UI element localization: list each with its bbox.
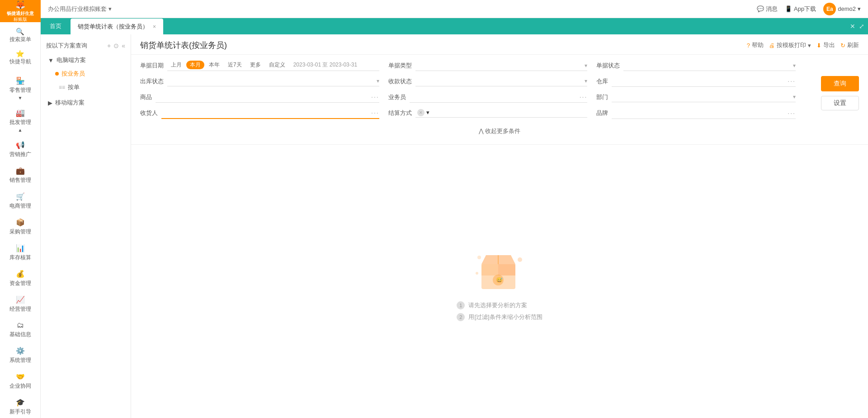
operations-icon: 📈	[16, 295, 25, 304]
filter-row-3: 商品 ··· 业务员 ··· 部门	[140, 91, 859, 103]
print-dropdown-icon: ▾	[808, 42, 811, 49]
goods-control[interactable]: ···	[156, 91, 379, 103]
sidebar-item-system[interactable]: ⚙️ 系统管理	[0, 342, 41, 368]
tree-item-salesperson[interactable]: 按业务员	[52, 67, 131, 81]
hint-item-1: 1 请先选择要分析的方案	[457, 301, 542, 309]
sales-icon: 💼	[16, 166, 25, 175]
app-label: App下载	[794, 5, 816, 13]
refresh-btn[interactable]: ↻ 刷新	[840, 41, 859, 49]
tree-byorder-label: 按单	[68, 83, 80, 91]
sidebar-item-finance[interactable]: 💰 资金管理	[0, 265, 41, 291]
filter-receiver: 收货人 ···	[140, 107, 379, 119]
basic-icon: 🗂	[17, 321, 24, 329]
settings-btn-float[interactable]: 设置	[821, 96, 859, 110]
sidebar-item-inventory[interactable]: 📊 库存核算	[0, 239, 41, 265]
app-logo: 🦊 畅捷通好生意 标账版	[0, 0, 41, 22]
topbar-right: 💬 消息 📱 App下载 Ea demo2 ▾	[757, 3, 861, 15]
collapse-panel-btn[interactable]: «	[122, 42, 125, 49]
filter-out-status: 出库状态 ▾	[140, 76, 379, 86]
date-shortcut-lastmonth[interactable]: 上月	[167, 60, 185, 70]
receiver-dots: ···	[371, 109, 379, 116]
recv-status-arrow: ▾	[585, 78, 587, 84]
help-label: 帮助	[752, 41, 764, 49]
right-content: 销货单统计表(按业务员) ? 帮助 🖨 按模板打印 ▾ ⬇ 导出	[131, 34, 868, 418]
svg-point-4	[477, 256, 481, 259]
salesperson-control[interactable]: ···	[410, 91, 588, 103]
tree-mobile-scheme[interactable]: ▶ 移动端方案	[41, 96, 131, 109]
recv-status-control[interactable]: ▾	[415, 76, 588, 86]
out-status-control[interactable]: ▾	[167, 76, 379, 86]
tab-close-icon[interactable]: ×	[153, 24, 156, 30]
tab-home-label: 首页	[50, 22, 61, 30]
sidebar-item-search[interactable]: 🔍 搜索菜单	[9, 22, 31, 47]
out-status-label: 出库状态	[140, 77, 164, 86]
svg-point-5	[518, 257, 522, 262]
brand-control[interactable]: ···	[612, 108, 796, 119]
filter-date: 单据日期 上月 本月 本年 近7天 更多 自定义 2023-03-01 至 20…	[140, 60, 379, 71]
type-control[interactable]: ▾	[415, 61, 588, 71]
inventory-icon: 📊	[16, 244, 25, 252]
sidebar-item-sales[interactable]: 💼 销售管理	[0, 162, 41, 188]
topbar: 办公用品行业模拟账套 ▾ 💬 消息 📱 App下载 Ea demo2 ▾	[41, 0, 868, 18]
page-title: 销货单统计表(按业务员)	[140, 40, 227, 51]
date-shortcut-thismonth[interactable]: 本月	[186, 61, 204, 69]
sidebar-item-newbie[interactable]: 🎓 新手引导	[0, 394, 41, 418]
filter-row-4: 收货人 ··· 结算方式 × ▾	[140, 107, 859, 119]
system-icon: ⚙️	[16, 347, 25, 355]
help-btn[interactable]: ? 帮助	[747, 41, 764, 49]
message-btn[interactable]: 💬 消息	[757, 5, 778, 13]
tree-item-byorder[interactable]: ≡≡ 按单	[52, 81, 131, 94]
message-label: 消息	[766, 5, 778, 13]
tab-home[interactable]: 首页	[41, 18, 71, 34]
sidebar-item-basic[interactable]: 🗂 基础信息	[0, 317, 41, 342]
template-print-btn[interactable]: 🖨 按模板打印 ▾	[769, 41, 811, 49]
tab-sales-stat-label: 销货单统计表（按业务员）	[78, 23, 148, 31]
empty-hint: 1 请先选择要分析的方案 2 用[过滤]条件来缩小分析范围	[457, 301, 542, 321]
goods-dots: ···	[371, 93, 379, 100]
window-max-btn[interactable]: ⤢	[859, 23, 864, 30]
settings-scheme-btn[interactable]: ⊙	[113, 42, 119, 49]
wholesale-icon: 🏭	[16, 109, 25, 117]
tab-sales-stat[interactable]: 销货单统计表（按业务员） ×	[71, 19, 163, 35]
query-btn-float[interactable]: 查询	[821, 76, 859, 91]
main-area: 办公用品行业模拟账套 ▾ 💬 消息 📱 App下载 Ea demo2 ▾	[41, 0, 868, 418]
company-dropdown-icon: ▾	[108, 5, 112, 12]
export-btn[interactable]: ⬇ 导出	[816, 41, 835, 49]
sidebar-item-marketing[interactable]: 📢 营销推广	[0, 136, 41, 162]
status-control[interactable]: ▾	[623, 61, 796, 71]
add-scheme-btn[interactable]: +	[107, 42, 111, 49]
username: demo2	[838, 5, 856, 12]
sidebar-item-quicknav[interactable]: ⭐ 快捷导航	[9, 47, 31, 68]
sidebar-item-operations[interactable]: 📈 经营管理	[0, 291, 41, 317]
marketing-icon: 📢	[16, 141, 25, 149]
filter-settle: 结算方式 × ▾	[388, 109, 588, 118]
warehouse-control[interactable]: ···	[612, 76, 796, 87]
date-shortcut-thisyear[interactable]: 本年	[205, 60, 223, 70]
tree-pc-scheme[interactable]: ▼ 电脑端方案	[41, 53, 131, 67]
page-header: 销货单统计表(按业务员) ? 帮助 🖨 按模板打印 ▾ ⬇ 导出	[131, 34, 868, 55]
settle-clear-btn[interactable]: ×	[417, 109, 425, 116]
filter-goods: 商品 ···	[140, 91, 379, 103]
date-shortcut-7days[interactable]: 近7天	[224, 60, 245, 70]
date-shortcut-custom[interactable]: 自定义	[265, 60, 289, 70]
collapse-btn[interactable]: ⋀ 收起更多条件	[140, 124, 859, 139]
app-download-btn[interactable]: 📱 App下载	[785, 5, 816, 13]
date-shortcut-more[interactable]: 更多	[246, 60, 264, 70]
empty-illustration: 😅	[472, 242, 527, 296]
filter-salesperson: 业务员 ···	[388, 91, 588, 103]
warehouse-dots: ···	[788, 77, 796, 85]
receiver-control[interactable]: ···	[161, 107, 379, 119]
filter-row-2: 出库状态 ▾ 收款状态 ▾ 仓库	[140, 76, 859, 87]
hint-item-2: 2 用[过滤]条件来缩小分析范围	[457, 313, 542, 321]
user-menu[interactable]: Ea demo2 ▾	[823, 3, 861, 15]
sidebar-item-ecommerce[interactable]: 🛒 电商管理	[0, 188, 41, 214]
dept-control[interactable]: ▾	[612, 92, 796, 102]
company-selector[interactable]: 办公用品行业模拟账套 ▾	[48, 5, 112, 13]
sidebar-item-wholesale[interactable]: 🏭 批发管理 ▲	[0, 104, 41, 136]
refresh-icon: ↻	[840, 42, 845, 49]
window-close-btn[interactable]: ✕	[850, 23, 855, 30]
sidebar-item-retail[interactable]: 🏪 零售管理 ▼	[0, 72, 41, 104]
company-name: 办公用品行业模拟账套	[48, 5, 107, 13]
sidebar-item-purchase[interactable]: 📦 采购管理	[0, 214, 41, 239]
sidebar-item-enterprise[interactable]: 🤝 企业协同	[0, 368, 41, 394]
